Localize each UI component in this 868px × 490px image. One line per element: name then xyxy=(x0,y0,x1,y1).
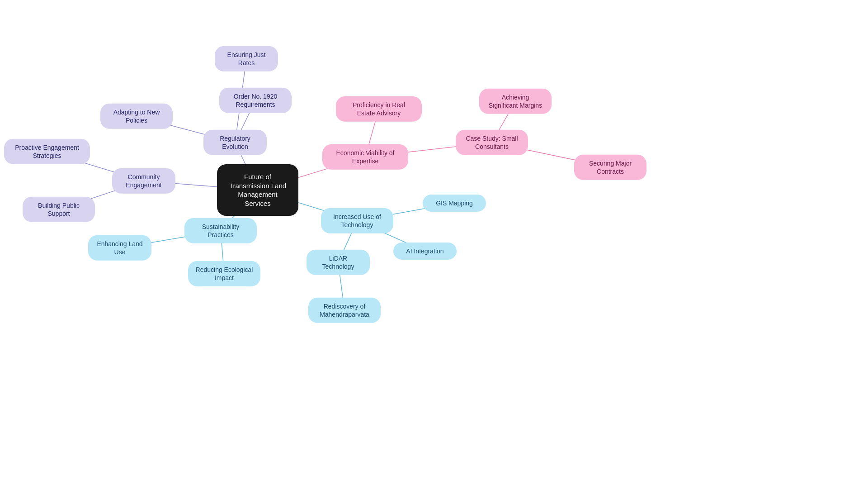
mindmap-node-adapting[interactable]: Adapting to New Policies xyxy=(100,104,173,129)
mindmap-node-casestudy[interactable]: Case Study: Small Consultants xyxy=(456,130,528,155)
mindmap-node-community[interactable]: Community Engagement xyxy=(112,168,175,194)
mindmap-node-proactive[interactable]: Proactive Engagement Strategies xyxy=(4,139,90,164)
mindmap-node-securing[interactable]: Securing Major Contracts xyxy=(574,155,646,180)
mindmap-node-gis[interactable]: GIS Mapping xyxy=(423,195,486,212)
mindmap-node-economic[interactable]: Economic Viability of Expertise xyxy=(322,144,408,170)
mindmap-node-lidar[interactable]: LiDAR Technology xyxy=(307,250,370,275)
mindmap-node-sustainability[interactable]: Sustainability Practices xyxy=(184,218,257,243)
mindmap-node-order1920[interactable]: Order No. 1920 Requirements xyxy=(219,88,292,113)
mindmap-node-ensuring[interactable]: Ensuring Just Rates xyxy=(215,46,278,71)
mindmap-node-reducing[interactable]: Reducing Ecological Impact xyxy=(188,261,260,286)
mindmap-node-rediscovery[interactable]: Rediscovery of Mahendraparvata xyxy=(308,298,381,323)
mindmap-node-achieving[interactable]: Achieving Significant Margins xyxy=(479,89,552,114)
mindmap-node-building[interactable]: Building Public Support xyxy=(23,197,95,222)
mindmap-canvas: Future of Transmission Land Management S… xyxy=(0,0,868,490)
mindmap-node-proficiency[interactable]: Proficiency in Real Estate Advisory xyxy=(336,96,422,122)
mindmap-node-regulatory[interactable]: Regulatory Evolution xyxy=(203,130,267,155)
mindmap-node-center[interactable]: Future of Transmission Land Management S… xyxy=(217,164,298,216)
mindmap-node-technology[interactable]: Increased Use of Technology xyxy=(321,208,393,233)
mindmap-node-ai[interactable]: AI Integration xyxy=(393,243,457,260)
mindmap-node-enhancing[interactable]: Enhancing Land Use xyxy=(88,235,151,261)
